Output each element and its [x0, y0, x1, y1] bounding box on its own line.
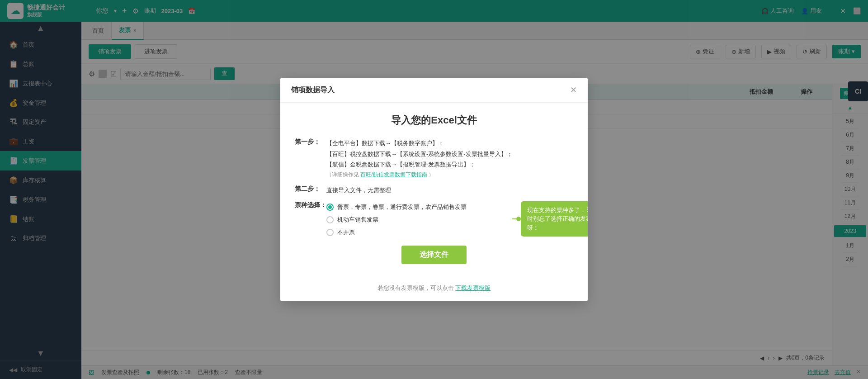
step2-row: 第二步： 直接导入文件，无需整理 [295, 185, 573, 195]
step1-label: 第一步： [295, 138, 326, 180]
modal-title: 销项数据导入 [291, 85, 335, 95]
tooltip-wrapper: 现在支持的票种多了，导入发票时别忘了选择正确的发票类型呀！ × [512, 201, 588, 237]
import-modal: 销项数据导入 ✕ 导入您的Excel文件 第一步： 【全电平台】数据下载→【税务… [280, 78, 588, 301]
step1-line3: 【航信】金税盘数据下载→【报税管理-发票数据导出】； [326, 159, 513, 170]
ticket-type-label: 票种选择： [295, 201, 326, 237]
modal-main-title: 导入您的Excel文件 [295, 114, 573, 127]
modal-body: 导入您的Excel文件 第一步： 【全电平台】数据下载→【税务数字账户】； 【百… [280, 103, 588, 284]
radio-label-r1: 普票，专票，卷票，通行费发票，农产品销售发票 [337, 203, 467, 211]
step1-detail-prefix: （详细操作见 [326, 171, 359, 178]
step1-line1: 【全电平台】数据下载→【税务数字账户】； [326, 138, 513, 148]
step1-guide-link[interactable]: 百旺/航信发票数据下载指南 [360, 171, 427, 178]
ticket-radio-group: 普票，专票，卷票，通行费发票，农产品销售发票 机动车销售发票 不开票 [326, 203, 467, 237]
step1-detail: （详细操作见 百旺/航信发票数据下载指南 ） [326, 170, 513, 180]
tooltip-bubble: 现在支持的票种多了，导入发票时别忘了选择正确的发票类型呀！ × [521, 201, 588, 237]
radio-circle-r2 [326, 216, 334, 223]
radio-option-r3[interactable]: 不开票 [326, 228, 467, 237]
step2-content: 直接导入文件，无需整理 [326, 185, 391, 195]
download-template-link[interactable]: 下载发票模版 [455, 284, 491, 291]
select-file-button[interactable]: 选择文件 [401, 246, 467, 264]
modal-close-button[interactable]: ✕ [570, 85, 577, 95]
radio-label-r3: 不开票 [337, 228, 355, 237]
tooltip-line [512, 218, 516, 219]
radio-option-r1[interactable]: 普票，专票，卷票，通行费发票，农产品销售发票 [326, 203, 467, 211]
footer-text: 若您没有发票模版，可以点击 [377, 284, 454, 291]
step2-label: 第二步： [295, 185, 326, 195]
radio-circle-r3 [326, 229, 334, 236]
step1-row: 第一步： 【全电平台】数据下载→【税务数字账户】； 【百旺】税控盘数据下载→【系… [295, 138, 573, 180]
radio-label-r2: 机动车销售发票 [337, 216, 378, 224]
ticket-type-row: 票种选择： 普票，专票，卷票，通行费发票，农产品销售发票 机动车销售发票 不开票… [295, 201, 573, 237]
step1-line2: 【百旺】税控盘数据下载→【系统设置-系统参数设置-发票批量导入】； [326, 149, 513, 159]
tooltip-dot [516, 217, 521, 221]
radio-option-r2[interactable]: 机动车销售发票 [326, 216, 467, 224]
step1-detail-suffix: ） [429, 171, 434, 178]
step1-content: 【全电平台】数据下载→【税务数字账户】； 【百旺】税控盘数据下载→【系统设置-系… [326, 138, 513, 180]
modal-overlay: 销项数据导入 ✕ 导入您的Excel文件 第一步： 【全电平台】数据下载→【税务… [0, 0, 868, 379]
tooltip-text: 现在支持的票种多了，导入发票时别忘了选择正确的发票类型呀！ [527, 207, 588, 231]
radio-circle-r1 [326, 204, 334, 211]
modal-footer: 若您没有发票模版，可以点击 下载发票模版 [280, 284, 588, 301]
modal-header: 销项数据导入 ✕ [280, 78, 588, 103]
